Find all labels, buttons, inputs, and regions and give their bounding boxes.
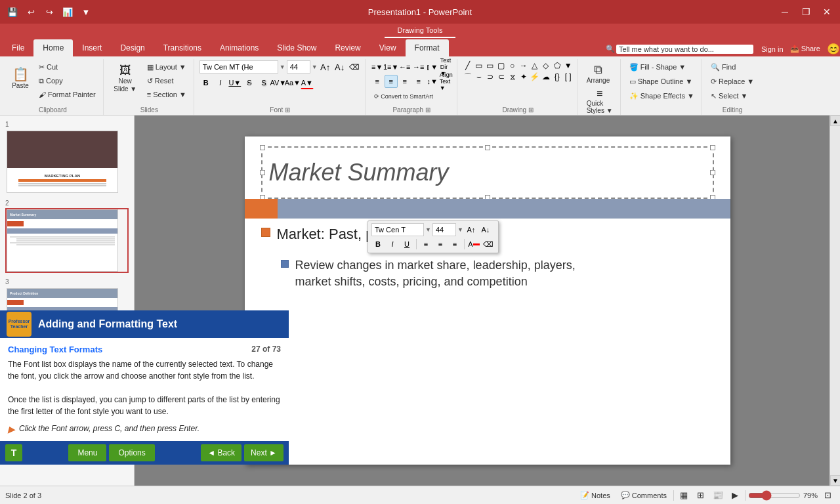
cut-button[interactable]: ✂ Cut — [35, 60, 99, 74]
comments-button[interactable]: 💬 Comments — [617, 489, 671, 502]
ft-decrease-size[interactable]: A↓ — [479, 223, 492, 236]
prof-t-button[interactable]: T — [5, 444, 22, 461]
close-button[interactable]: ✕ — [819, 4, 835, 20]
new-slide-button[interactable]: 🖼 NewSlide ▼ — [109, 60, 142, 97]
shape-diamond[interactable]: ◇ — [541, 60, 551, 71]
shape-rect[interactable]: ▭ — [474, 60, 484, 71]
tab-transitions[interactable]: Transitions — [154, 39, 211, 56]
shapes-more[interactable]: ▼ — [563, 60, 574, 71]
decrease-font-button[interactable]: A↓ — [333, 60, 346, 74]
layout-button[interactable]: ▦ Layout ▼ — [144, 60, 190, 74]
save-button[interactable]: 💾 — [5, 5, 20, 19]
signin-button[interactable]: Sign in — [761, 45, 784, 53]
tab-view[interactable]: View — [370, 39, 406, 56]
clear-format-button[interactable]: ⌫ — [348, 60, 361, 74]
char-spacing-button[interactable]: AV▼ — [272, 76, 285, 89]
shape-s4[interactable]: ⊂ — [496, 72, 507, 82]
scroll-down-arrow[interactable]: ▼ — [830, 475, 840, 486]
shape-round[interactable]: ▢ — [496, 60, 507, 71]
bullets-button[interactable]: ≡▼ — [371, 60, 384, 74]
ft-font-input[interactable] — [371, 223, 424, 236]
arrange-button[interactable]: ⧉ Arrange — [583, 60, 614, 87]
tab-slideshow[interactable]: Slide Show — [268, 39, 326, 56]
convert-smartart-button[interactable]: ⟳ Convert to SmartArt — [371, 90, 436, 103]
font-size-box[interactable]: 44 — [287, 60, 310, 74]
increase-font-button[interactable]: A↑ — [319, 60, 332, 74]
shape-s3[interactable]: ⊃ — [485, 72, 495, 82]
font-name-box[interactable]: Tw Cen MT (He — [200, 60, 278, 74]
fit-slide-button[interactable]: ⊡ — [820, 488, 835, 503]
shape-s8[interactable]: ☁ — [541, 72, 551, 82]
presentation-icon[interactable]: 📊 — [60, 5, 75, 19]
align-center-button[interactable]: ≡ — [385, 75, 398, 88]
shape-effects-button[interactable]: ✨ Shape Effects ▼ — [626, 89, 698, 102]
reset-button[interactable]: ↺ Reset — [144, 74, 190, 87]
align-right-button[interactable]: ≡ — [398, 75, 411, 88]
ft-font-arrow[interactable]: ▼ — [425, 226, 431, 233]
ft-increase-size[interactable]: A↑ — [465, 223, 478, 236]
zoom-slider[interactable] — [748, 490, 801, 501]
view-slideshow-button[interactable]: ▶ — [728, 488, 742, 503]
shape-s7[interactable]: ⚡ — [530, 72, 540, 82]
tab-file[interactable]: File — [3, 39, 33, 56]
view-normal-button[interactable]: ▦ — [677, 488, 691, 503]
ft-align-left[interactable]: ≡ — [419, 238, 432, 251]
tab-animations[interactable]: Animations — [211, 39, 268, 56]
search-box[interactable]: 🔍 Tell me what you want to do... — [606, 45, 753, 54]
view-sorter-button[interactable]: ⊞ — [694, 488, 708, 503]
copy-button[interactable]: ⧉ Copy — [35, 74, 99, 87]
find-button[interactable]: 🔍 Find — [707, 60, 739, 74]
format-painter-button[interactable]: 🖌 Format Painter — [35, 88, 99, 101]
paste-button[interactable]: 📋 Paste — [7, 60, 34, 97]
shape-s10[interactable]: [ ] — [563, 72, 574, 82]
handle-tl[interactable] — [260, 145, 265, 150]
prof-next-button[interactable]: Next ► — [244, 444, 284, 461]
share-button[interactable]: 📤 Share — [790, 45, 820, 53]
shape-outline-button[interactable]: ▭ Shape Outline ▼ — [626, 75, 696, 88]
font-color-button[interactable]: A▼ — [301, 76, 314, 89]
quick-styles-button[interactable]: ≡ QuickStyles ▼ — [583, 88, 616, 114]
font-name-arrow[interactable]: ▼ — [280, 64, 285, 70]
shadow-button[interactable]: S — [257, 76, 270, 89]
change-case-button[interactable]: Aa▼ — [286, 76, 299, 89]
ft-size-input[interactable] — [432, 223, 456, 236]
prof-menu-button[interactable]: Menu — [68, 444, 106, 461]
ft-align-center[interactable]: ≡ — [434, 238, 447, 251]
title-textbox[interactable]: Market Summary — [261, 146, 714, 199]
scroll-up-arrow[interactable]: ▲ — [830, 116, 840, 126]
ft-underline-button[interactable]: U — [400, 238, 413, 251]
italic-button[interactable]: I — [214, 76, 227, 89]
bold-button[interactable]: B — [200, 76, 213, 89]
align-text-button[interactable]: Align Text ▼ — [440, 75, 453, 88]
notes-button[interactable]: 📝 Notes — [576, 489, 614, 502]
ft-bold-button[interactable]: B — [371, 238, 385, 251]
shape-pent[interactable]: ⬠ — [552, 60, 562, 71]
tab-review[interactable]: Review — [326, 39, 369, 56]
minimize-button[interactable]: ─ — [777, 4, 793, 20]
decrease-indent-button[interactable]: ←≡ — [398, 60, 411, 74]
shape-s5[interactable]: ⧖ — [507, 72, 518, 82]
tab-home[interactable]: Home — [33, 39, 73, 56]
ft-font-color[interactable]: A — [467, 238, 480, 251]
qat-dropdown[interactable]: ▼ — [79, 5, 93, 19]
align-left-button[interactable]: ≡ — [371, 75, 384, 88]
slide-1-thumb[interactable]: MARKETING PLAN — [5, 129, 129, 194]
redo-button[interactable]: ↪ — [42, 5, 56, 19]
tab-design[interactable]: Design — [111, 39, 154, 56]
ft-align-right[interactable]: ≡ — [448, 238, 461, 251]
handle-tr[interactable] — [710, 145, 715, 150]
handle-t[interactable] — [485, 145, 490, 150]
select-button[interactable]: ↖ Select ▼ — [707, 89, 751, 102]
vertical-scrollbar[interactable]: ▲ ▼ — [830, 116, 840, 486]
handle-l[interactable] — [260, 170, 265, 175]
tab-format[interactable]: Format — [406, 39, 449, 56]
shape-fill-button[interactable]: 🪣 Fill - Shape ▼ — [626, 60, 690, 74]
ft-size-arrow[interactable]: ▼ — [457, 226, 463, 233]
numbering-button[interactable]: 1≡▼ — [385, 60, 398, 74]
font-size-arrow[interactable]: ▼ — [312, 64, 318, 70]
underline-button[interactable]: U▼ — [228, 76, 242, 89]
replace-button[interactable]: ⟳ Replace ▼ — [707, 75, 757, 88]
ft-italic-button[interactable]: I — [386, 238, 399, 251]
view-reading-button[interactable]: 📰 — [711, 488, 725, 503]
section-button[interactable]: ≡ Section ▼ — [144, 88, 190, 101]
